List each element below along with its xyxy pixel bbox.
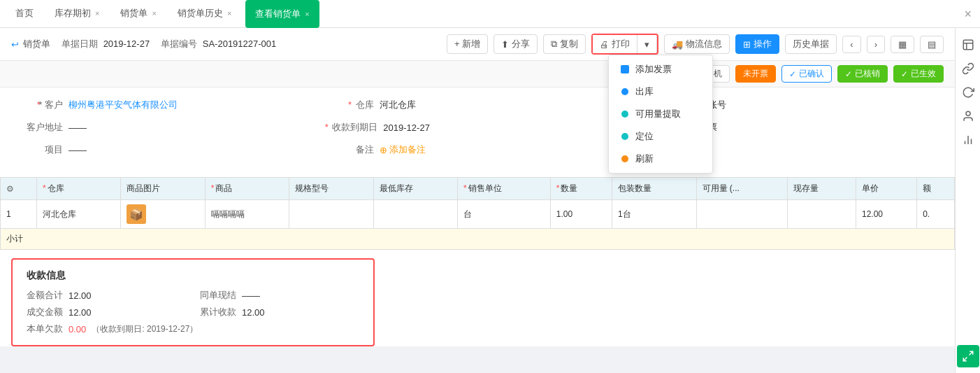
operation-dropdown: 添加发票 出库 可用量提取 定位 <box>608 55 713 174</box>
new-button[interactable]: + 新增 <box>447 34 488 54</box>
print-button-group: 🖨 打印 ▾ 添加发票 出库 <box>591 34 658 55</box>
dropdown-refresh[interactable]: 刷新 <box>609 148 712 170</box>
grid2-button[interactable]: ▤ <box>920 36 944 53</box>
check-icon: ✓ <box>789 69 796 79</box>
copy-button[interactable]: ⧉ 复制 <box>543 34 586 54</box>
locate-icon <box>620 132 630 141</box>
effective-check-icon: ✓ <box>901 69 908 79</box>
cancelled-button[interactable]: ✓ 已核销 <box>837 65 888 83</box>
col-pack-qty: 包装数量 <box>612 178 696 200</box>
dropdown-add-invoice[interactable]: 添加发票 <box>609 58 712 80</box>
row-warehouse: 河北仓库 <box>36 200 120 229</box>
toolbar-left: ↩ 销货单 单据日期 2019-12-27 单据编号 SA-20191227-0… <box>11 38 276 50</box>
form-row-1: * * 客户 柳州粤港平安气体有限公司 * 仓库 河北仓库 业务员 演示账号 <box>14 99 941 111</box>
tab-home[interactable]: 首页 <box>6 0 43 28</box>
doc-area: ↩ 销货单 单据日期 2019-12-27 单据编号 SA-20191227-0… <box>0 28 955 346</box>
transaction-amount-value: 12.00 <box>69 307 92 318</box>
col-min-stock: 最低库存 <box>373 178 457 200</box>
operation-button[interactable]: ⊞ 操作 <box>735 34 779 54</box>
sidebar-icon-chart[interactable] <box>957 129 979 151</box>
products-table-wrap: ⚙ *仓库 商品图片 *商品 规格型号 最低库存 *销售单位 *数量 包装数量 … <box>0 177 955 250</box>
subtotal-row: 小计 <box>1 229 955 250</box>
form-row-2: 客户地址 —— * 收款到期日 2019-12-27 * 票据类型 不开票 <box>14 121 941 134</box>
row-image: 📦 <box>121 200 205 229</box>
row-no: 1 <box>1 200 37 229</box>
tab-sales-order-close[interactable]: × <box>152 9 156 17</box>
sidebar-icon-expand[interactable] <box>957 345 979 355</box>
note-field: 备注 ⊕ 添加备注 <box>325 143 630 156</box>
row-model <box>289 200 373 229</box>
col-qty: *数量 <box>550 178 612 200</box>
dropdown-available-qty[interactable]: 可用量提取 <box>609 103 712 125</box>
sidebar-icon-refresh[interactable] <box>957 81 979 104</box>
tab-sales-order[interactable]: 销货单 × <box>110 0 166 28</box>
print-button[interactable]: 🖨 打印 <box>593 35 637 53</box>
sidebar-icon-link[interactable] <box>957 57 979 80</box>
share-button[interactable]: ⬆ 分享 <box>493 34 538 54</box>
tab-sales-history-close[interactable]: × <box>227 9 231 17</box>
same-order-row: 同单现结 —— <box>200 289 359 302</box>
gear-icon[interactable]: ⚙ <box>6 184 14 194</box>
tab-inventory-init-close[interactable]: × <box>95 9 99 17</box>
grid1-button[interactable]: ▦ <box>891 36 914 53</box>
window-close[interactable]: × <box>964 6 972 21</box>
product-image: 📦 <box>127 204 146 224</box>
outstanding-note: （收款到期日: 2019-12-27） <box>92 323 198 335</box>
payment-date-value: 2019-12-27 <box>383 122 430 133</box>
sidebar-icon-1[interactable] <box>957 34 979 56</box>
customer-value[interactable]: 柳州粤港平安气体有限公司 <box>69 99 178 111</box>
row-unit: 台 <box>457 200 550 229</box>
logistics-button[interactable]: 🚚 物流信息 <box>664 34 730 54</box>
not-open-button[interactable]: 未开票 <box>735 65 776 83</box>
subtotal-cell: 小计 <box>1 229 955 250</box>
col-available: 可用量 (... <box>696 178 787 200</box>
sidebar-icon-user[interactable] <box>957 105 979 127</box>
project-value: —— <box>69 145 87 155</box>
history-button[interactable]: 历史单据 <box>785 34 837 54</box>
row-price: 12.00 <box>856 200 917 229</box>
warehouse-value: 河北仓库 <box>380 99 416 111</box>
payment-info-grid: 金额合计 12.00 同单现结 —— 成交金额 12.00 累计收款 12.00 <box>27 289 359 335</box>
print-dropdown-toggle[interactable]: ▾ <box>637 36 657 52</box>
prev-button[interactable]: ‹ <box>842 36 860 53</box>
row-product: 嗝嗝嗝嗝 <box>205 200 289 229</box>
col-model: 规格型号 <box>289 178 373 200</box>
no-meta: 单据编号 SA-20191227-001 <box>161 38 276 50</box>
dropdown-locate[interactable]: 定位 <box>609 125 712 148</box>
cumulative-payment-value: 12.00 <box>242 307 265 318</box>
dropdown-outbound[interactable]: 出库 <box>609 80 712 103</box>
tab-sales-history[interactable]: 销货单历史 × <box>168 0 241 28</box>
row-available <box>696 200 787 229</box>
payment-info-title: 收款信息 <box>27 269 359 282</box>
doc-type-label: 销货单 <box>23 38 50 50</box>
col-warehouse: *仓库 <box>36 178 120 200</box>
row-stock <box>787 200 856 229</box>
cancel-check-icon: ✓ <box>845 69 852 79</box>
outstanding-row: 本单欠款 0.00 （收款到期日: 2019-12-27） <box>27 323 359 335</box>
col-amount: 额 <box>917 178 955 200</box>
outbound-icon <box>620 87 630 97</box>
confirmed-button[interactable]: ✓ 已确认 <box>781 65 832 83</box>
amount-total-value: 12.00 <box>69 290 92 301</box>
customer-field: * * 客户 柳州粤港平安气体有限公司 <box>14 99 319 111</box>
row-amount: 0. <box>917 200 955 229</box>
project-field: 项目 —— <box>14 143 319 156</box>
payment-date-field: * 收款到期日 2019-12-27 <box>325 121 630 134</box>
toolbar-right: + 新增 ⬆ 分享 ⧉ 复制 🖨 打印 ▾ <box>447 34 944 55</box>
tab-view-sales[interactable]: 查看销货单 × <box>245 0 319 28</box>
form-area: * * 客户 柳州粤港平安气体有限公司 * 仓库 河北仓库 业务员 演示账号 <box>0 87 955 177</box>
effective-button[interactable]: ✓ 已生效 <box>893 65 944 83</box>
address-field: 客户地址 —— <box>14 121 319 134</box>
warehouse-field: * 仓库 河北仓库 <box>325 99 630 111</box>
tab-inventory-init[interactable]: 库存期初 × <box>45 0 109 28</box>
sub-toolbar: 📱 来自手机 未开票 ✓ 已确认 ✓ 已核销 ✓ 已生效 <box>0 61 955 87</box>
payment-info-box: 收款信息 金额合计 12.00 同单现结 —— 成交金额 12.00 累计收款 … <box>11 258 375 346</box>
col-stock: 现存量 <box>787 178 856 200</box>
date-meta: 单据日期 2019-12-27 <box>62 38 150 50</box>
outstanding-value: 0.00 <box>69 324 86 335</box>
tab-view-sales-close[interactable]: × <box>305 10 309 18</box>
col-product: *商品 <box>205 178 289 200</box>
content-main: ↩ 销货单 单据日期 2019-12-27 单据编号 SA-20191227-0… <box>0 28 955 346</box>
next-button[interactable]: › <box>867 36 885 53</box>
add-note-button[interactable]: ⊕ 添加备注 <box>380 143 426 156</box>
